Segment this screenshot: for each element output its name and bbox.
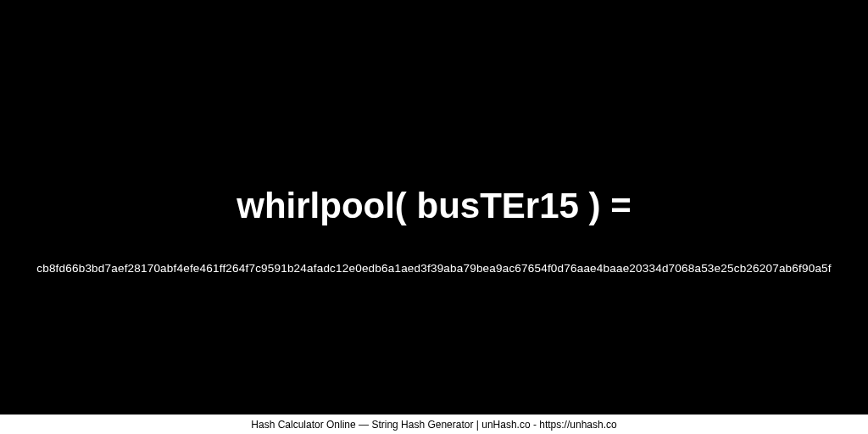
footer-text: Hash Calculator Online — String Hash Gen… <box>251 419 616 431</box>
footer: Hash Calculator Online — String Hash Gen… <box>0 415 868 434</box>
hash-expression: whirlpool( busTEr15 ) = <box>236 186 632 226</box>
main-content: whirlpool( busTEr15 ) = cb8fd66b3bd7aef2… <box>0 0 868 434</box>
hash-output: cb8fd66b3bd7aef28170abf4efe461ff264f7c95… <box>36 262 832 275</box>
